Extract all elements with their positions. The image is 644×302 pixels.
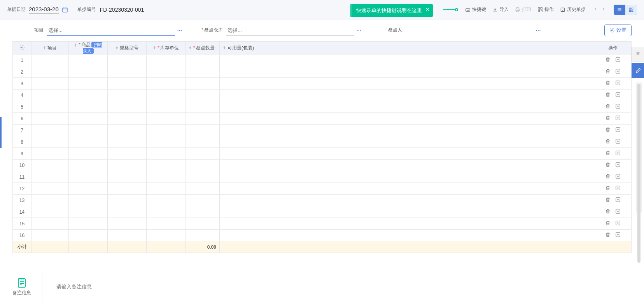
cell-avail[interactable] <box>220 136 594 148</box>
cell-unit[interactable] <box>147 90 186 101</box>
cell-unit[interactable] <box>147 54 186 66</box>
cell-qty[interactable] <box>186 195 220 206</box>
calendar-icon[interactable] <box>62 7 68 13</box>
cell-qty[interactable] <box>186 171 220 183</box>
cell-avail[interactable] <box>220 230 594 241</box>
cell-unit[interactable] <box>147 113 186 125</box>
cell-spec[interactable] <box>108 54 147 66</box>
operate-button[interactable]: 操作 <box>537 6 554 13</box>
table-row[interactable]: 5 <box>13 101 632 113</box>
table-row[interactable]: 15 <box>13 218 632 230</box>
cell-spec[interactable] <box>108 78 147 90</box>
add-row-icon[interactable] <box>615 139 621 145</box>
cell-unit[interactable] <box>147 206 186 218</box>
add-row-icon[interactable] <box>615 57 621 63</box>
cell-avail[interactable] <box>220 183 594 195</box>
print-button[interactable]: 打印 <box>515 6 531 13</box>
table-row[interactable]: 12 <box>13 183 632 195</box>
col-avail[interactable]: ▲▼可用量(包装) <box>220 42 594 54</box>
col-product[interactable]: ▲▼商品扫码录入 <box>69 42 108 54</box>
delete-row-icon[interactable] <box>605 139 611 145</box>
add-row-icon[interactable] <box>615 104 621 110</box>
cell-project[interactable] <box>32 230 69 241</box>
add-row-icon[interactable] <box>615 232 621 239</box>
cell-avail[interactable] <box>220 54 594 66</box>
delete-row-icon[interactable] <box>605 68 611 75</box>
table-row[interactable]: 11 <box>13 171 632 183</box>
warehouse-more-icon[interactable]: ··· <box>357 28 362 33</box>
cell-avail[interactable] <box>220 148 594 160</box>
cell-project[interactable] <box>32 183 69 195</box>
cell-product[interactable] <box>69 66 108 78</box>
cell-unit[interactable] <box>147 195 186 206</box>
cell-spec[interactable] <box>108 113 147 125</box>
cell-qty[interactable] <box>186 136 220 148</box>
cell-unit[interactable] <box>147 66 186 78</box>
table-row[interactable]: 10 <box>13 160 632 171</box>
add-row-icon[interactable] <box>615 220 621 227</box>
cell-project[interactable] <box>32 66 69 78</box>
cell-spec[interactable] <box>108 66 147 78</box>
delete-row-icon[interactable] <box>605 220 611 227</box>
person-more-icon[interactable]: ··· <box>536 28 541 33</box>
cell-avail[interactable] <box>220 78 594 90</box>
add-row-icon[interactable] <box>615 92 621 98</box>
cell-qty[interactable] <box>186 78 220 90</box>
cell-avail[interactable] <box>220 125 594 136</box>
cell-spec[interactable] <box>108 160 147 171</box>
cell-project[interactable] <box>32 125 69 136</box>
vertical-scrollbar[interactable] <box>636 83 642 212</box>
cell-qty[interactable] <box>186 183 220 195</box>
cell-qty[interactable] <box>186 113 220 125</box>
cell-product[interactable] <box>69 160 108 171</box>
cell-unit[interactable] <box>147 160 186 171</box>
cell-spec[interactable] <box>108 218 147 230</box>
project-more-icon[interactable]: ··· <box>177 28 182 33</box>
nav-prev[interactable] <box>592 5 599 14</box>
col-qty[interactable]: ▲▼盘点数量 <box>186 42 220 54</box>
cell-avail[interactable] <box>220 113 594 125</box>
cell-spec[interactable] <box>108 101 147 113</box>
import-button[interactable]: 导入 <box>492 6 509 13</box>
add-row-icon[interactable] <box>615 127 621 133</box>
cell-qty[interactable] <box>186 125 220 136</box>
cell-qty[interactable] <box>186 148 220 160</box>
delete-row-icon[interactable] <box>605 92 611 98</box>
table-row[interactable]: 3 <box>13 78 632 90</box>
table-row[interactable]: 1 <box>13 54 632 66</box>
table-row[interactable]: 4 <box>13 90 632 101</box>
cell-product[interactable] <box>69 183 108 195</box>
add-row-icon[interactable] <box>615 197 621 204</box>
cell-unit[interactable] <box>147 78 186 90</box>
cell-avail[interactable] <box>220 195 594 206</box>
sort-icon[interactable]: ▲▼ <box>189 46 192 49</box>
cell-product[interactable] <box>69 113 108 125</box>
cell-product[interactable] <box>69 148 108 160</box>
cell-project[interactable] <box>32 113 69 125</box>
cell-qty[interactable] <box>186 66 220 78</box>
date-value[interactable]: 2023-03-20 <box>29 6 59 14</box>
delete-row-icon[interactable] <box>605 185 611 192</box>
table-row[interactable]: 2 <box>13 66 632 78</box>
cell-qty[interactable] <box>186 160 220 171</box>
cell-avail[interactable] <box>220 66 594 78</box>
cell-product[interactable] <box>69 90 108 101</box>
delete-row-icon[interactable] <box>605 115 611 122</box>
cell-product[interactable] <box>69 171 108 183</box>
cell-unit[interactable] <box>147 171 186 183</box>
delete-row-icon[interactable] <box>605 197 611 204</box>
project-input[interactable] <box>47 25 175 36</box>
cell-project[interactable] <box>32 148 69 160</box>
sort-icon[interactable]: ▲▼ <box>223 46 226 49</box>
cell-spec[interactable] <box>108 125 147 136</box>
delete-row-icon[interactable] <box>605 232 611 239</box>
close-icon[interactable] <box>425 7 430 13</box>
cell-qty[interactable] <box>186 54 220 66</box>
rail-draft-button[interactable]: 草 <box>632 47 644 61</box>
cell-qty[interactable] <box>186 230 220 241</box>
col-spec[interactable]: ▲▼规格型号 <box>108 42 147 54</box>
delete-row-icon[interactable] <box>605 80 611 87</box>
view-grid[interactable] <box>625 5 637 15</box>
cell-spec[interactable] <box>108 90 147 101</box>
view-toggle[interactable] <box>614 5 637 15</box>
